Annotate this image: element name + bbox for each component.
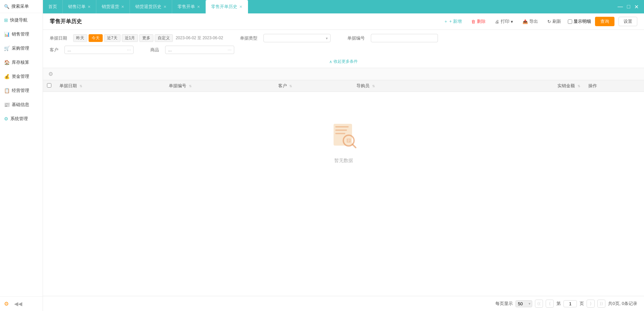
export-button[interactable]: 📤 导出	[520, 17, 541, 26]
sidebar-item-finance-mgmt[interactable]: 💰 资金管理	[0, 69, 43, 84]
collapse-sidebar-icon[interactable]: ◀◀	[14, 301, 22, 307]
query-button[interactable]: 查询	[595, 17, 614, 26]
date-btn-today[interactable]: 今天	[89, 34, 103, 42]
tab-sales-return[interactable]: 销货退货 ✕	[96, 0, 130, 13]
goods-input-icon: ⋯	[228, 48, 232, 52]
bill-type-select[interactable]	[263, 34, 331, 42]
print-icon: 🖨	[495, 19, 499, 24]
goods-input-wrapper: ⋯	[165, 46, 234, 54]
svg-rect-1	[335, 126, 349, 127]
select-all-col	[43, 80, 55, 92]
close-tab-retail-open-icon[interactable]: ✕	[197, 5, 200, 9]
bill-number-input[interactable]	[371, 34, 438, 42]
close-window-icon[interactable]: ✕	[634, 4, 639, 10]
minimize-icon[interactable]: —	[617, 4, 623, 10]
date-btn-more[interactable]: 更多	[139, 34, 153, 42]
sidebar-item-label: 快捷导航	[10, 17, 28, 23]
table-header-row: 单据日期 ⇅ 单据编号 ⇅ 客户 ⇅ 导购员 ⇅	[43, 80, 644, 92]
delete-icon: 🗑	[471, 19, 476, 24]
col-date[interactable]: 单据日期 ⇅	[55, 80, 165, 92]
sidebar-search[interactable]: 🔍 搜索采单	[0, 0, 43, 13]
sidebar-item-base-info[interactable]: 📰 基础信息	[0, 98, 43, 112]
tab-bar: 首页 销售订单 ✕ 销货退货 ✕ 销货退货历史 ✕ 零售开单 ✕ 零售开单历史 …	[43, 0, 644, 13]
col-spacer	[446, 80, 475, 92]
tab-sales-order-label: 销售订单	[68, 4, 86, 10]
sidebar-item-sys-mgmt[interactable]: ⚙ 系统管理	[0, 112, 43, 126]
add-button[interactable]: ＋ + 新增	[441, 17, 464, 26]
goods-input[interactable]	[165, 46, 234, 54]
sidebar-item-ops-mgmt[interactable]: 📋 经营管理	[0, 84, 43, 98]
empty-text: 暂无数据	[334, 158, 353, 164]
quick-nav-icon: ⊞	[4, 17, 8, 23]
tab-sales-order[interactable]: 销售订单 ✕	[63, 0, 96, 13]
delete-button[interactable]: 🗑 删除	[468, 17, 488, 26]
col-number[interactable]: 单据编号 ⇅	[165, 80, 274, 92]
sidebar-item-label: 资金管理	[12, 73, 29, 80]
svg-line-6	[352, 144, 356, 148]
settings-icon[interactable]: ⚙	[4, 301, 9, 307]
display-label: 显示明细	[574, 18, 591, 24]
display-toggle[interactable]: 显示明细	[568, 18, 591, 24]
close-tab-sales-return-icon[interactable]: ✕	[121, 5, 124, 9]
tab-home-label: 首页	[48, 4, 57, 10]
sidebar-search-label: 搜索采单	[11, 3, 29, 9]
close-tab-sales-order-icon[interactable]: ✕	[88, 5, 91, 9]
close-tab-retail-history-icon[interactable]: ✕	[239, 5, 242, 9]
collapse-conditions[interactable]: ∧ 收起更多条件	[50, 57, 637, 66]
search-icon: 🔍	[4, 4, 9, 9]
tab-sales-return-history[interactable]: 销货退货历史 ✕	[130, 0, 172, 13]
customer-filter-label: 客户	[50, 47, 58, 53]
table-settings-icon[interactable]: ⚙	[48, 71, 53, 77]
chevron-up-icon: ∧	[329, 59, 332, 64]
finance-mgmt-icon: 💰	[4, 74, 10, 79]
col-amount-label: 实销金额	[557, 83, 575, 88]
sys-mgmt-icon: ⚙	[4, 116, 8, 121]
date-btn-yesterday[interactable]: 昨天	[73, 34, 87, 42]
date-btn-last7[interactable]: 近7天	[104, 34, 120, 42]
sidebar-item-purchase-mgmt[interactable]: 🛒 采购管理	[0, 41, 43, 55]
page-size-wrapper: 50 10 20 100	[515, 300, 532, 307]
current-page-input[interactable]	[563, 300, 577, 307]
sidebar-bottom: ⚙ ◀◀	[0, 296, 43, 311]
select-all-checkbox[interactable]	[47, 83, 51, 88]
tab-retail-open[interactable]: 零售开单 ✕	[172, 0, 206, 13]
last-page-btn[interactable]: ⟩⟩	[597, 300, 605, 308]
refresh-button[interactable]: ↻ 刷新	[545, 17, 564, 26]
sidebar-item-quick-nav[interactable]: ⊞ 快捷导航	[0, 13, 43, 27]
maximize-icon[interactable]: □	[627, 4, 630, 10]
sidebar-item-inventory[interactable]: 🏠 库存核算	[0, 55, 43, 69]
col-guide-sort-icon: ⇅	[372, 84, 375, 88]
col-amount[interactable]: 实销金额 ⇅	[475, 80, 584, 92]
sidebar-item-label: 经营管理	[12, 88, 29, 94]
content-header: 零售开单历史 ＋ + 新增 🗑 删除 🖨 打印 ▾ 📤 导出 ↻ 刷新	[43, 13, 644, 30]
col-guide[interactable]: 导购员 ⇅	[352, 80, 446, 92]
customer-input-icon: ⋯	[127, 48, 131, 52]
add-label: + 新增	[449, 18, 462, 24]
first-page-btn[interactable]: ⟨⟨	[535, 300, 543, 308]
tab-sales-return-label: 销货退货	[102, 4, 119, 10]
tab-home[interactable]: 首页	[43, 0, 63, 13]
next-page-btn[interactable]: ⟩	[587, 300, 595, 308]
bill-type-label: 单据类型	[240, 35, 257, 41]
add-icon: ＋	[444, 18, 448, 24]
sidebar-item-sales-mgmt[interactable]: 📊 销售管理	[0, 27, 43, 41]
sales-mgmt-icon: 📊	[4, 32, 10, 37]
print-button[interactable]: 🖨 打印 ▾	[492, 17, 516, 26]
print-label: 打印	[501, 18, 509, 24]
date-btn-custom[interactable]: 自定义	[155, 34, 173, 42]
tab-sales-return-history-label: 销货退货历史	[135, 4, 161, 10]
filter-row-2: 客户 ⋯ 商品 ⋯	[50, 46, 637, 54]
close-tab-sales-return-history-icon[interactable]: ✕	[163, 5, 166, 9]
customer-input[interactable]	[64, 46, 134, 54]
date-btn-last1month[interactable]: 近1月	[122, 34, 138, 42]
svg-rect-3	[335, 133, 345, 134]
tab-retail-history[interactable]: 零售开单历史 ✕	[206, 0, 248, 13]
display-checkbox[interactable]	[568, 19, 572, 24]
settings-button[interactable]: 设置	[618, 17, 637, 26]
table-toolbar: ⚙	[43, 68, 644, 80]
page-title: 零售开单历史	[50, 18, 82, 25]
page-size-select[interactable]: 50 10 20 100	[515, 300, 532, 307]
col-customer[interactable]: 客户 ⇅	[274, 80, 352, 92]
prev-page-btn[interactable]: ⟨	[546, 300, 554, 308]
date-range-display: 2023-06-02 至 2023-06-02	[176, 35, 223, 41]
